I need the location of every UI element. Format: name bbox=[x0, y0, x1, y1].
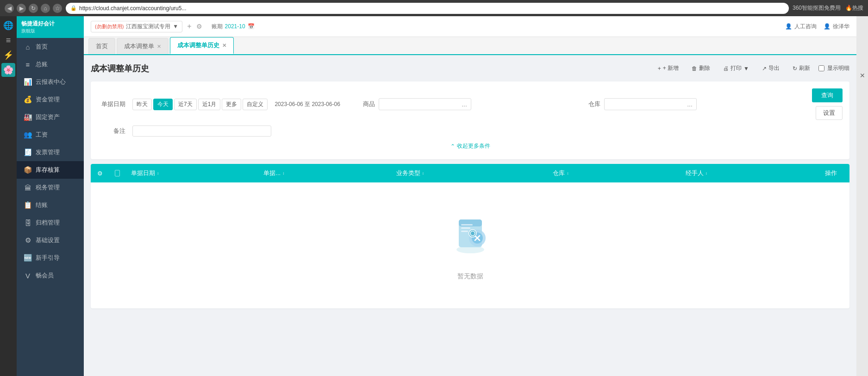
sidebar-item-close[interactable]: 📋 结账 bbox=[17, 196, 84, 214]
address-bar[interactable]: 🔒 https://cloud.chanjet.com/accounting/u… bbox=[66, 3, 789, 14]
home-icon: ⌂ bbox=[24, 43, 32, 51]
sidebar-label-home: 首页 bbox=[36, 43, 48, 51]
calendar-icon[interactable]: 📅 bbox=[248, 23, 255, 30]
sidebar-label-fixed-assets: 固定资产 bbox=[36, 113, 60, 121]
report-icon: 📊 bbox=[24, 78, 32, 86]
th-actions-label: 操作 bbox=[825, 169, 837, 177]
tab-home[interactable]: 首页 bbox=[88, 38, 115, 54]
add-company-btn[interactable]: + bbox=[187, 22, 191, 31]
date-btn-1month[interactable]: 近1月 bbox=[198, 99, 221, 110]
warehouse-dots: ... bbox=[687, 100, 693, 108]
app-logo[interactable]: 畅捷通好会计 旗舰版 bbox=[17, 16, 84, 38]
delete-button[interactable]: 🗑 删除 bbox=[687, 62, 715, 75]
date-btn-today[interactable]: 今天 bbox=[153, 99, 173, 110]
th-no-label: 单据... bbox=[263, 169, 281, 177]
ext-icon-4[interactable]: 🌸 bbox=[1, 63, 15, 77]
data-table: ⚙ 单据日期 ↕ 单据... ↕ 业务类型 ↕ bbox=[91, 164, 849, 308]
warehouse-sort-icon[interactable]: ↕ bbox=[567, 171, 568, 175]
consult-btn[interactable]: 👤 人工咨询 bbox=[785, 23, 817, 31]
home-button[interactable]: ⌂ bbox=[41, 4, 50, 13]
refresh-button[interactable]: ↻ bbox=[29, 4, 38, 13]
sidebar-item-vip[interactable]: V 畅会员 bbox=[17, 267, 84, 284]
empty-illustration bbox=[447, 210, 493, 257]
collapse-filter-btn[interactable]: ⌃ 收起更多条件 bbox=[450, 142, 490, 150]
panel-close-button[interactable]: ✕ bbox=[857, 69, 868, 81]
settings-btn[interactable]: ⚙ bbox=[196, 23, 202, 30]
sidebar-label-guide: 新手引导 bbox=[36, 254, 60, 262]
sidebar-item-guide[interactable]: 🆕 新手引导 bbox=[17, 249, 84, 267]
date-btn-more[interactable]: 更多 bbox=[222, 99, 241, 110]
sidebar-item-tax[interactable]: 🏛 税务管理 bbox=[17, 179, 84, 196]
remark-input[interactable] bbox=[132, 125, 271, 137]
filter-row-remark: 备注 bbox=[98, 125, 843, 137]
sidebar-item-report[interactable]: 📊 云报表中心 bbox=[17, 73, 84, 91]
date-sort-icon[interactable]: ↕ bbox=[157, 171, 159, 175]
new-label: + 新增 bbox=[663, 64, 679, 72]
query-button[interactable]: 查询 bbox=[812, 88, 843, 102]
sidebar-item-inventory[interactable]: 📦 库存核算 bbox=[17, 161, 84, 179]
operator-sort-icon[interactable]: ↕ bbox=[706, 171, 707, 175]
tab-cost-adjust-history-close[interactable]: ✕ bbox=[222, 43, 226, 49]
date-btn-custom[interactable]: 自定义 bbox=[243, 99, 268, 110]
top-bar-right: 👤 人工咨询 👤 徐泽华 bbox=[785, 23, 849, 31]
lock-icon: 🔒 bbox=[70, 5, 77, 11]
user-avatar-icon: 👤 bbox=[824, 23, 831, 30]
top-bar: (勿删勿禁用) 江西服宝测试专用 ▼ + ⚙ 账期 2021-10 📅 👤 人工… bbox=[84, 16, 856, 37]
sidebar-item-archive[interactable]: 🗄 归档管理 bbox=[17, 214, 84, 232]
sidebar-item-payroll[interactable]: 👥 工资 bbox=[17, 126, 84, 144]
back-button[interactable]: ◀ bbox=[5, 4, 14, 13]
logo-sub: 旗舰版 bbox=[21, 28, 55, 34]
ext-icon-3[interactable]: ⚡ bbox=[1, 48, 15, 62]
no-sort-icon[interactable]: ↕ bbox=[282, 171, 284, 175]
show-cols-toggle[interactable]: 显示明细 bbox=[818, 64, 849, 72]
goods-selector[interactable]: ... bbox=[379, 98, 471, 110]
th-warehouse[interactable]: 仓库 ↕ bbox=[547, 169, 680, 177]
date-btn-7days[interactable]: 近7天 bbox=[174, 99, 197, 110]
forward-button[interactable]: ▶ bbox=[17, 4, 26, 13]
tab-cost-adjust-history[interactable]: 成本调整单历史 ✕ bbox=[170, 37, 234, 54]
ext-icon-2[interactable]: ≡ bbox=[1, 33, 15, 47]
svg-rect-12 bbox=[461, 231, 468, 232]
th-checkbox[interactable] bbox=[109, 170, 125, 176]
sidebar-item-settings[interactable]: ⚙ 基础设置 bbox=[17, 232, 84, 249]
star-button[interactable]: ☆ bbox=[53, 4, 62, 13]
refresh-button[interactable]: ↻ 刷新 bbox=[788, 62, 815, 75]
date-btn-yesterday[interactable]: 昨天 bbox=[132, 99, 152, 110]
setting-button[interactable]: 设置 bbox=[816, 106, 843, 120]
ext-icon-1[interactable]: 🌐 bbox=[1, 19, 15, 32]
empty-state-icon bbox=[447, 210, 493, 265]
delete-icon: 🗑 bbox=[692, 65, 697, 72]
show-cols-checkbox[interactable] bbox=[818, 65, 824, 71]
company-selector[interactable]: (勿删勿禁用) 江西服宝测试专用 ▼ bbox=[91, 21, 182, 32]
export-button[interactable]: ↗ 导出 bbox=[757, 62, 784, 75]
sidebar-item-fund[interactable]: 💰 资金管理 bbox=[17, 91, 84, 108]
th-date[interactable]: 单据日期 ↕ bbox=[125, 169, 258, 177]
th-biz-label: 业务类型 bbox=[396, 169, 420, 177]
sidebar-label-settings: 基础设置 bbox=[36, 236, 60, 244]
tab-cost-adjust[interactable]: 成本调整单 ✕ bbox=[117, 38, 169, 54]
export-icon: ↗ bbox=[762, 65, 767, 72]
th-operator[interactable]: 经手人 ↕ bbox=[680, 169, 812, 177]
user-menu[interactable]: 👤 徐泽华 bbox=[824, 23, 849, 31]
th-biz-type[interactable]: 业务类型 ↕ bbox=[391, 169, 548, 177]
fund-icon: 💰 bbox=[24, 95, 32, 104]
date-range-display: 2023-06-06 至 2023-06-06 bbox=[275, 100, 340, 108]
sidebar-item-ledger[interactable]: ≡ 总账 bbox=[17, 56, 84, 73]
sidebar-item-invoice[interactable]: 🧾 发票管理 bbox=[17, 144, 84, 161]
sidebar-item-home[interactable]: ⌂ 首页 bbox=[17, 38, 84, 56]
th-settings[interactable]: ⚙ bbox=[91, 170, 109, 177]
filter-panel: 单据日期 昨天 今天 近7天 近1月 更多 自定义 2023-06-06 至 2… bbox=[91, 81, 849, 159]
sidebar-label-report: 云报表中心 bbox=[36, 78, 66, 86]
th-no[interactable]: 单据... ↕ bbox=[258, 169, 390, 177]
period-info: 账期 2021-10 📅 bbox=[212, 23, 255, 31]
new-button[interactable]: + + 新增 bbox=[653, 62, 683, 75]
tab-cost-adjust-close[interactable]: ✕ bbox=[157, 44, 161, 50]
biz-sort-icon[interactable]: ↕ bbox=[422, 171, 424, 175]
sidebar-item-fixed-assets[interactable]: 🏭 固定资产 bbox=[17, 108, 84, 126]
print-button[interactable]: 🖨 打印 ▼ bbox=[718, 62, 754, 75]
filter-row-date: 单据日期 昨天 今天 近7天 近1月 更多 自定义 2023-06-06 至 2… bbox=[98, 88, 843, 120]
sidebar-label-archive: 归档管理 bbox=[36, 219, 60, 227]
warehouse-selector[interactable]: ... bbox=[604, 98, 697, 110]
person-icon: 👤 bbox=[785, 23, 792, 30]
select-all-checkbox[interactable] bbox=[115, 170, 120, 176]
